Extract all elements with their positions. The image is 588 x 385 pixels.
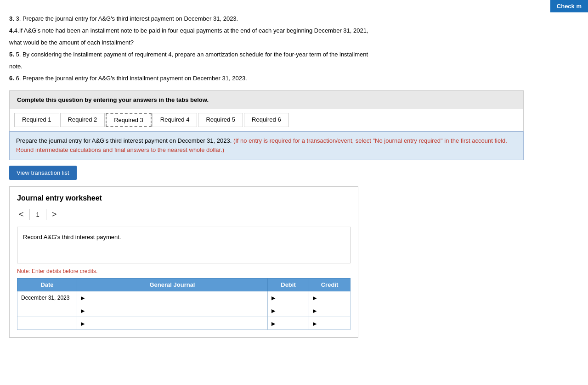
instruction-main: Prepare the journal entry for A&G's thir…: [16, 137, 232, 144]
table-row: ▶ ▶ ▶: [17, 317, 351, 330]
tab-required-4[interactable]: Required 4: [153, 113, 198, 127]
cell-debit-2[interactable]: ▶: [268, 304, 309, 317]
nav-row: < 1 >: [17, 209, 351, 220]
journal-table: Date General Journal Debit Credit Decemb…: [17, 278, 351, 330]
instructions-block: 3. 3. Prepare the journal entry for A&G'…: [9, 14, 524, 84]
cell-date-3: [17, 317, 77, 330]
debit-input-2[interactable]: [278, 307, 303, 314]
table-row: ▶ ▶ ▶: [17, 304, 351, 317]
col-header-debit: Debit: [268, 279, 309, 291]
cell-debit-1[interactable]: ▶: [268, 291, 309, 304]
cell-date-2: [17, 304, 77, 317]
worksheet-box: Journal entry worksheet < 1 > Record A&G…: [9, 186, 358, 338]
tab-required-2[interactable]: Required 2: [60, 113, 105, 127]
journal-input-2[interactable]: [87, 307, 252, 314]
prev-page-button[interactable]: <: [17, 210, 26, 219]
complete-box: Complete this question by entering your …: [9, 90, 524, 109]
instruction-line3: 3. 3. Prepare the journal entry for A&G'…: [9, 14, 524, 24]
record-label: Record A&G's third interest payment.: [23, 234, 121, 240]
complete-box-text: Complete this question by entering your …: [17, 96, 209, 103]
credit-input-2[interactable]: [319, 307, 345, 314]
credit-input-3[interactable]: [319, 320, 345, 327]
page-number: 1: [29, 209, 46, 220]
instruction-line4: 4.4.If A&G's note had been an installmen…: [9, 26, 524, 36]
tabs-container: Required 1 Required 2 Required 3 Require…: [9, 109, 524, 131]
cell-debit-3[interactable]: ▶: [268, 317, 309, 330]
instruction-blue-box: Prepare the journal entry for A&G's thir…: [9, 131, 524, 161]
topbar-label: Check m: [557, 3, 582, 10]
next-page-button[interactable]: >: [50, 210, 59, 219]
tab-required-6[interactable]: Required 6: [244, 113, 289, 127]
cell-credit-1[interactable]: ▶: [309, 291, 351, 304]
cell-journal-1[interactable]: ▶: [77, 291, 268, 304]
debit-input-1[interactable]: [278, 294, 303, 301]
table-row: December 31, 2023 ▶ ▶ ▶: [17, 291, 351, 304]
col-header-date: Date: [17, 279, 77, 291]
record-box: Record A&G's third interest payment.: [17, 227, 351, 263]
cell-journal-3[interactable]: ▶: [77, 317, 268, 330]
journal-input-3[interactable]: [87, 320, 252, 327]
instruction-line5b: note.: [9, 61, 524, 72]
tab-required-3[interactable]: Required 3: [106, 113, 152, 127]
col-header-journal: General Journal: [77, 279, 268, 291]
instruction-line5: 5. 5. By considering the installment pay…: [9, 50, 524, 60]
tab-required-1[interactable]: Required 1: [14, 113, 59, 127]
note-text: Note: Enter debits before credits.: [17, 268, 351, 274]
view-transaction-list-button[interactable]: View transaction list: [9, 166, 77, 180]
cell-credit-2[interactable]: ▶: [309, 304, 351, 317]
credit-input-1[interactable]: [319, 294, 345, 301]
instruction-line4b: what would be the amount of each install…: [9, 38, 524, 48]
journal-input-1[interactable]: [87, 294, 252, 301]
cell-journal-2[interactable]: ▶: [77, 304, 268, 317]
cell-credit-3[interactable]: ▶: [309, 317, 351, 330]
tab-required-5[interactable]: Required 5: [198, 113, 243, 127]
debit-input-3[interactable]: [278, 320, 303, 327]
col-header-credit: Credit: [309, 279, 351, 291]
worksheet-title: Journal entry worksheet: [17, 194, 351, 202]
check-my-button[interactable]: Check m: [550, 0, 588, 12]
cell-date-1: December 31, 2023: [17, 291, 77, 304]
instruction-line6: 6. 6. Prepare the journal entry for A&G'…: [9, 73, 524, 84]
